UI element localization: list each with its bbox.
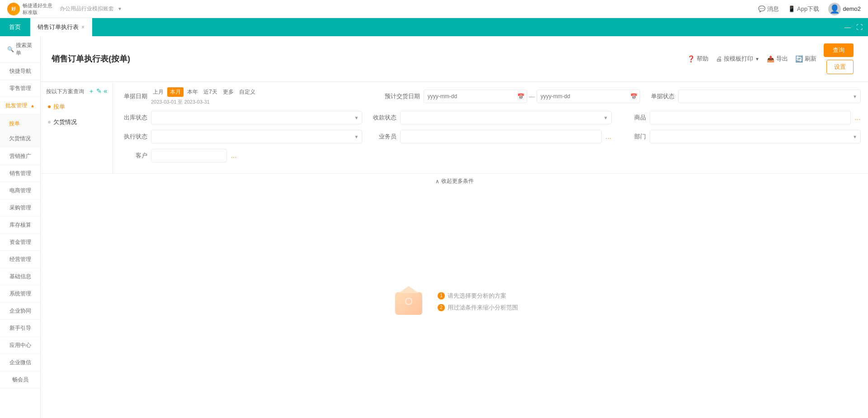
query-button[interactable]: 查询: [824, 43, 854, 57]
exec-status-select[interactable]: [151, 130, 362, 143]
date-tab-thisyear[interactable]: 本年: [185, 87, 200, 97]
sidebar-item-inventory[interactable]: 库存核算: [0, 217, 40, 234]
sidebar-item-member[interactable]: 畅会员: [0, 371, 40, 389]
tab-actions: — ⛶: [839, 18, 868, 36]
out-status-select[interactable]: [151, 111, 362, 124]
expected-date-start[interactable]: [424, 90, 527, 103]
logo-text: 畅捷通好生意: [23, 2, 52, 9]
sidebar-item-newbie[interactable]: 新手引导: [0, 320, 40, 337]
customer-input[interactable]: [151, 149, 227, 162]
date-tab-more[interactable]: 更多: [221, 87, 236, 97]
user-area[interactable]: 👤 demo2: [828, 3, 861, 15]
app-download-action[interactable]: 📱 App下载: [788, 5, 819, 13]
filter-field-goods: 商品 …: [619, 111, 861, 124]
collapse-scheme-button[interactable]: «: [104, 87, 107, 95]
sidebar-item-wholesale-header[interactable]: 批发管理 ▲: [0, 97, 40, 114]
app-dropdown-arrow[interactable]: ▼: [118, 6, 122, 11]
payment-status-select[interactable]: [400, 111, 611, 124]
filter-sidebar-header: 按以下方案查询 ＋ ✎ «: [41, 87, 113, 99]
scheme-debt-label: 欠货情况: [53, 118, 77, 126]
sidebar-item-purchase[interactable]: 采购管理: [0, 200, 40, 217]
status-select-wrap: ▼: [678, 90, 861, 103]
filter-row-3: 执行状态 ▼ 业务员 …: [120, 130, 861, 143]
date-tab-thismonth[interactable]: 本月: [167, 87, 184, 97]
filter-row-1: 单据日期 上月 本月 本年 近7天 更多 自定义 20: [120, 87, 861, 105]
tip-text-2: 用过滤条件来缩小分析范围: [448, 304, 518, 312]
print-dropdown-arrow[interactable]: ▼: [755, 57, 760, 62]
filter-inner: 按以下方案查询 ＋ ✎ « 按单 欠货情况: [41, 82, 868, 173]
sidebar-sub-wholesale: 按单 欠货情况: [0, 114, 40, 148]
filter-field-dept: 部门 ▼: [619, 130, 861, 143]
logo-area: 好 畅捷通好生意 标准版: [7, 2, 52, 16]
sidebar-sub-item-debt[interactable]: 欠货情况: [0, 131, 40, 146]
salesman-more-button[interactable]: …: [605, 133, 612, 140]
collapse-bar[interactable]: ∧ 收起更多条件: [41, 173, 868, 189]
filter-sidebar-actions: ＋ ✎ «: [88, 87, 107, 95]
query-btn-area: 查询 设置: [824, 43, 857, 74]
top-bar: 好 畅捷通好生意 标准版 办公用品行业模拟账套 ▼ 💬 消息 📱 App下载 👤…: [0, 0, 868, 18]
sidebar-item-wechat[interactable]: 企业微信: [0, 354, 40, 371]
sidebar-item-ops[interactable]: 经营管理: [0, 251, 40, 268]
tab-label: 销售订单执行表: [38, 23, 79, 31]
edit-scheme-button[interactable]: ✎: [96, 87, 102, 95]
sidebar-item-finance[interactable]: 资金管理: [0, 234, 40, 251]
page-title: 销售订单执行表(按单): [52, 53, 130, 71]
tab-bar: 首页 销售订单执行表 × — ⛶: [0, 18, 868, 36]
exec-status-label: 执行状态: [120, 133, 147, 141]
status-select[interactable]: [678, 90, 861, 103]
expected-date-label: 预计交货日期: [384, 92, 420, 100]
subtitle: 标准版: [23, 9, 52, 16]
sidebar-item-retail[interactable]: 零售管理: [0, 80, 40, 97]
app-download-label: App下载: [797, 5, 819, 13]
sidebar-item-marketing[interactable]: 营销推广: [0, 148, 40, 165]
add-scheme-button[interactable]: ＋: [88, 87, 94, 95]
content-area: 销售订单执行表(按单) ❓ 帮助 🖨 按模板打印 ▼ 📤 导出 🔄 刷新: [41, 36, 868, 418]
refresh-button[interactable]: 🔄 刷新: [795, 55, 816, 63]
tab-home[interactable]: 首页: [0, 18, 30, 36]
out-status-label: 出库状态: [120, 114, 147, 122]
scheme-inactive-dot: [48, 121, 51, 124]
expected-date-end[interactable]: [537, 90, 640, 103]
sidebar-item-basic[interactable]: 基础信息: [0, 268, 40, 285]
goods-input[interactable]: [650, 111, 851, 124]
print-button[interactable]: 🖨 按模板打印 ▼: [716, 55, 760, 63]
sidebar-item-corp[interactable]: 企业协同: [0, 303, 40, 320]
sidebar-item-sales[interactable]: 销售管理: [0, 165, 40, 182]
settings-button[interactable]: 设置: [826, 60, 854, 74]
expected-date-end-wrap: 📅: [537, 90, 640, 103]
message-action[interactable]: 💬 消息: [758, 5, 779, 13]
filter-sidebar: 按以下方案查询 ＋ ✎ « 按单 欠货情况: [41, 82, 113, 173]
sidebar-item-ecom[interactable]: 电商管理: [0, 182, 40, 200]
filter-field-customer: 客户 …: [120, 149, 237, 162]
help-button[interactable]: ❓ 帮助: [687, 55, 708, 63]
export-button[interactable]: 📤 导出: [767, 55, 788, 63]
quick-nav-item[interactable]: 快捷导航: [0, 65, 40, 78]
tab-close-button[interactable]: ×: [81, 24, 85, 30]
dept-select[interactable]: [650, 130, 861, 143]
sidebar-item-appstore[interactable]: 应用中心: [0, 337, 40, 354]
tab-minimize-icon[interactable]: —: [844, 24, 851, 31]
search-menu-button[interactable]: 🔍 搜索菜单: [4, 40, 37, 59]
sidebar-nav[interactable]: 快捷导航: [0, 63, 40, 80]
sidebar-sub-item-order[interactable]: 按单: [0, 116, 40, 131]
sidebar-search-area[interactable]: 🔍 搜索菜单: [0, 36, 40, 63]
tab-sales-order[interactable]: 销售订单执行表 ×: [30, 18, 92, 36]
date-tab-7days[interactable]: 近7天: [202, 87, 219, 97]
tip-num-1: 1: [438, 292, 445, 299]
tab-maximize-icon[interactable]: ⛶: [856, 24, 863, 31]
scheme-item-debt[interactable]: 欠货情况: [41, 114, 113, 130]
empty-state: 1 请先选择要分析的方案 2 用过滤条件来缩小分析范围: [41, 189, 868, 418]
customer-more-button[interactable]: …: [231, 152, 237, 159]
tip-num-2: 2: [438, 304, 445, 311]
date-range-text: 2023-03-01 至 2023-03-31: [151, 99, 377, 105]
out-status-select-wrap: ▼: [151, 111, 362, 124]
filter-row-2: 出库状态 ▼ 收款状态: [120, 111, 861, 124]
scheme-item-order[interactable]: 按单: [41, 99, 113, 114]
date-tab-lastmonth[interactable]: 上月: [151, 87, 165, 97]
salesman-input[interactable]: [400, 130, 601, 143]
goods-more-button[interactable]: …: [854, 114, 861, 121]
message-icon: 💬: [758, 5, 765, 12]
date-label: 单据日期: [120, 92, 147, 100]
sidebar-item-system[interactable]: 系统管理: [0, 285, 40, 303]
date-tab-custom[interactable]: 自定义: [237, 87, 257, 97]
